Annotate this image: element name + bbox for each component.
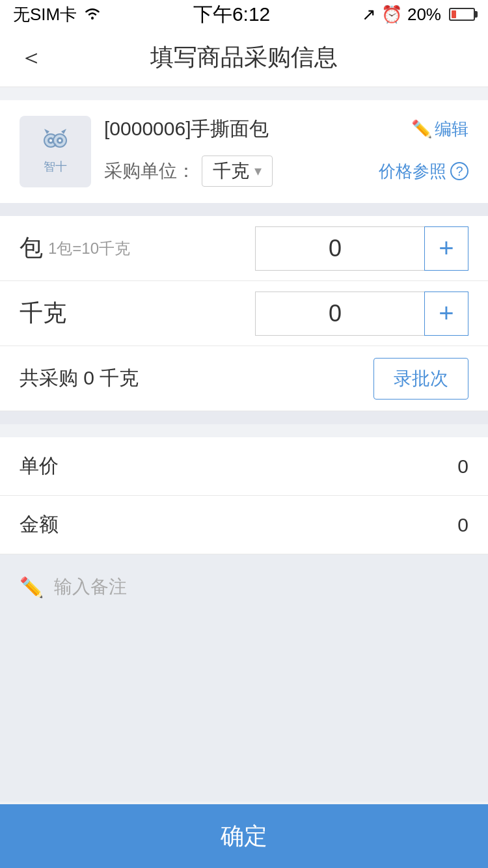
svg-point-6 <box>59 139 61 142</box>
product-name: [0000006]手撕面包 <box>104 116 269 142</box>
amount-value: 0 <box>457 514 468 536</box>
status-time: 下午6:12 <box>193 1 270 28</box>
status-left: 无SIM卡 <box>13 3 102 26</box>
location-icon: ↗ <box>362 5 376 25</box>
unit-label: 采购单位： <box>104 159 195 183</box>
bag-quantity-input[interactable] <box>255 226 424 271</box>
pencil-icon: ✏️ <box>20 576 44 599</box>
kg-input-controls: + <box>255 292 468 336</box>
unit-select[interactable]: 千克 ▾ <box>202 156 273 187</box>
unit-row: 采购单位： 千克 ▾ 价格参照 ? <box>104 156 468 187</box>
kg-label-group: 千克 <box>20 297 98 329</box>
bag-sub-label: 1包=10千克 <box>48 238 130 259</box>
kg-quantity-input[interactable] <box>255 292 424 336</box>
content-spacer <box>0 619 488 802</box>
status-right: ↗ ⏰ 20% <box>362 5 475 25</box>
amount-label: 金额 <box>20 511 457 538</box>
help-icon: ? <box>450 162 468 180</box>
carrier-label: 无SIM卡 <box>13 3 77 26</box>
divider-1 <box>0 203 488 216</box>
bag-main-label: 包 <box>20 232 43 264</box>
alarm-icon: ⏰ <box>381 5 402 25</box>
product-image: 智十 <box>20 116 91 187</box>
bag-input-row: 包 1包=10千克 + <box>0 216 488 281</box>
wifi-icon <box>83 5 102 25</box>
price-ref-button[interactable]: 价格参照 ? <box>379 160 468 183</box>
unit-price-value: 0 <box>457 455 468 478</box>
back-button[interactable]: ＜ <box>20 42 43 74</box>
unit-price-row: 单价 0 <box>0 437 488 496</box>
chevron-down-icon: ▾ <box>254 163 262 180</box>
page-title: 填写商品采购信息 <box>150 42 338 74</box>
notes-section[interactable]: ✏️ 输入备注 <box>0 554 488 619</box>
nav-bar: ＜ 填写商品采购信息 <box>0 29 488 87</box>
svg-point-5 <box>49 139 52 142</box>
svg-marker-9 <box>61 129 66 134</box>
unit-price-label: 单价 <box>20 453 457 480</box>
bag-label-group: 包 1包=10千克 <box>20 232 130 264</box>
total-label: 共采购 0 千克 <box>20 365 373 392</box>
divider-2 <box>0 411 488 424</box>
product-logo-text: 智十 <box>44 159 67 174</box>
product-card: 智十 [0000006]手撕面包 ✏️ 编辑 采购单位： 千克 ▾ 价格参照 ? <box>0 100 488 203</box>
status-bar: 无SIM卡 下午6:12 ↗ ⏰ 20% <box>0 0 488 29</box>
kg-main-label: 千克 <box>20 297 66 329</box>
kg-input-row: 千克 + <box>0 281 488 346</box>
confirm-button[interactable]: 确定 <box>0 804 488 868</box>
svg-point-0 <box>91 17 94 20</box>
kg-plus-button[interactable]: + <box>424 292 468 336</box>
edit-icon: ✏️ <box>411 119 432 139</box>
product-name-row: [0000006]手撕面包 ✏️ 编辑 <box>104 116 468 142</box>
confirm-button-label: 确定 <box>221 821 267 852</box>
battery-icon <box>449 8 475 21</box>
edit-button[interactable]: ✏️ 编辑 <box>411 118 468 141</box>
bag-plus-button[interactable]: + <box>424 226 468 271</box>
price-section: 单价 0 金额 0 <box>0 437 488 554</box>
record-batch-button[interactable]: 录批次 <box>373 358 468 400</box>
total-row: 共采购 0 千克 录批次 <box>0 346 488 411</box>
notes-placeholder: 输入备注 <box>54 575 127 599</box>
svg-marker-8 <box>44 129 49 134</box>
product-info: [0000006]手撕面包 ✏️ 编辑 采购单位： 千克 ▾ 价格参照 ? <box>104 116 468 187</box>
input-section: 包 1包=10千克 + 千克 + 共采购 0 千克 录批次 <box>0 216 488 411</box>
bag-input-controls: + <box>255 226 468 271</box>
amount-row: 金额 0 <box>0 496 488 554</box>
battery-percent: 20% <box>407 5 441 25</box>
